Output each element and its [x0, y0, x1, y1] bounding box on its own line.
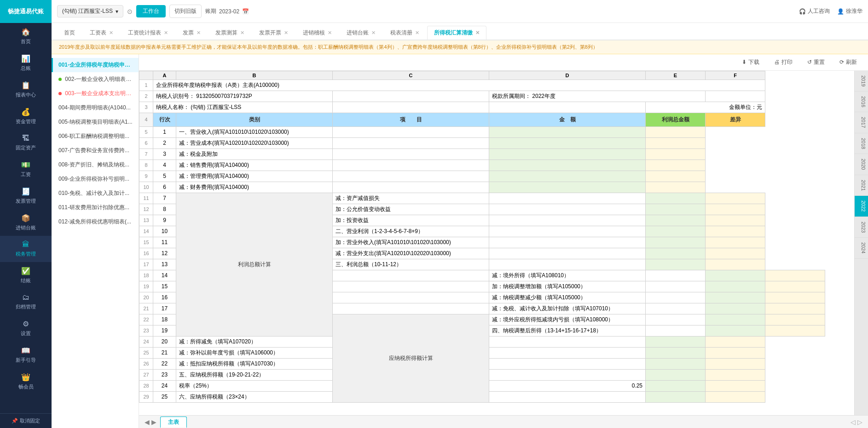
tab-invoice-calc[interactable]: 发票测算 ✕: [208, 26, 251, 40]
form-item-008[interactable]: 008-资产折旧、摊销及纳税...: [52, 158, 139, 172]
tab-label-tax-list: 税表清册: [390, 29, 412, 37]
row-num-4: 4: [139, 113, 153, 126]
form-item-010[interactable]: 010-免税、减计收入及加计...: [52, 186, 139, 200]
close-tab-salary[interactable]: ✕: [109, 30, 113, 36]
pin-button[interactable]: 📌 取消固定: [0, 414, 52, 428]
sidebar-item-salary[interactable]: 💵 工资: [0, 156, 52, 183]
form-item-006[interactable]: 006-职工薪酬纳税调整明细...: [52, 129, 139, 143]
form-item-003[interactable]: 003-一般企业成本支出明细...: [52, 86, 139, 101]
workbench-button[interactable]: 工作台: [136, 5, 166, 17]
close-tab-tax-list[interactable]: ✕: [415, 30, 419, 36]
close-tab-purchase-ledger[interactable]: ✕: [371, 30, 376, 36]
col-header-jine: 金 额: [489, 113, 646, 126]
sidebar-item-invoice[interactable]: 🧾 发票管理: [0, 183, 52, 209]
scroll-next-icon[interactable]: ▷: [857, 418, 862, 426]
download-icon: ⬇: [742, 59, 746, 65]
tab-salary[interactable]: 工资表 ✕: [83, 26, 120, 40]
form-item-012[interactable]: 012-减免所得税优惠明细表(...: [52, 215, 139, 229]
funds-icon: 💰: [21, 108, 30, 116]
col-f-header: F: [706, 71, 765, 80]
close-account-icon: ✅: [21, 267, 30, 275]
year-2017[interactable]: 2017: [855, 112, 868, 133]
empty-meta-2: [706, 91, 765, 102]
print-button[interactable]: 🖨 打印: [770, 57, 796, 68]
switch-version-button[interactable]: 切到旧版: [169, 5, 202, 18]
close-tab-purchase-check[interactable]: ✕: [328, 30, 332, 36]
col-header-leibie: 类别: [176, 113, 333, 126]
tab-label-salary-stats: 工资统计报表: [128, 29, 161, 37]
sidebar-item-guide[interactable]: 📖 新手引导: [0, 342, 52, 368]
year-2021[interactable]: 2021: [855, 175, 868, 196]
sidebar-item-member[interactable]: 👑 畅会员: [0, 368, 52, 395]
form-item-002[interactable]: 002-一般企业收入明细表(A1...: [52, 72, 139, 86]
sheet-tab-main[interactable]: 主表: [160, 417, 187, 428]
col-d-header: D: [489, 71, 646, 80]
form-item-001[interactable]: 001-企业所得税年度纳税申报...: [52, 58, 139, 72]
close-tab-invoice-open[interactable]: ✕: [284, 30, 288, 36]
form-item-004[interactable]: 004-期间费用明细表(A1040...: [52, 101, 139, 115]
tab-label-invoice-calc: 发票测算: [215, 29, 237, 37]
scroll-prev-icon[interactable]: ◁: [851, 418, 856, 426]
sidebar-item-home[interactable]: 🏠 首页: [0, 23, 52, 50]
form-item-005[interactable]: 005-纳税调整项目明细表(A1...: [52, 115, 139, 129]
year-2023[interactable]: 2023: [855, 217, 868, 238]
year-2022[interactable]: 2022: [855, 196, 868, 217]
company-name: (勾销) 江西服宝-LSS: [62, 7, 113, 15]
refresh-button[interactable]: ⟳ 刷新: [836, 57, 861, 68]
sidebar-item-reports[interactable]: 📋 报表中心: [0, 76, 52, 103]
tab-invoice-open[interactable]: 发票开票 ✕: [252, 26, 295, 40]
sidebar-item-close-account[interactable]: ✅ 结账: [0, 262, 52, 289]
year-2016[interactable]: 2016: [855, 91, 868, 112]
year-2018[interactable]: 2018: [855, 133, 868, 154]
reset-label: 重置: [814, 58, 825, 66]
sheet-nav-arrows[interactable]: ◀ ▶: [145, 418, 156, 426]
form-item-007[interactable]: 007-广告费和业务宣传费跨...: [52, 143, 139, 158]
sidebar-item-purchase-sales[interactable]: 📦 进销台账: [0, 209, 52, 236]
table-row: 8 4 减：销售费用(填写A104000): [139, 160, 825, 171]
tab-purchase-ledger[interactable]: 进销台账 ✕: [340, 26, 382, 40]
sidebar-item-archive[interactable]: 🗂 归档管理: [0, 289, 52, 315]
tab-tax-list[interactable]: 税表清册 ✕: [383, 26, 426, 40]
sidebar-item-tax[interactable]: 🏛 税务管理: [0, 236, 52, 262]
form-item-001-label: 001-企业所得税年度纳税申报...: [58, 62, 135, 68]
close-tab-salary-stats[interactable]: ✕: [164, 30, 168, 36]
table-container[interactable]: A B C D E F: [139, 71, 854, 416]
period-value: 2023-02: [219, 8, 239, 15]
form-item-011[interactable]: 011-研发费用加计扣除优惠...: [52, 200, 139, 215]
arrow-left-icon[interactable]: ◀: [145, 418, 150, 426]
tab-home[interactable]: 首页: [57, 26, 82, 40]
user-profile[interactable]: 👤 徐淮华: [837, 7, 862, 15]
sidebar-item-settings[interactable]: ⚙ 设置: [0, 315, 52, 342]
sidebar-item-ledger[interactable]: 📊 总账: [0, 50, 52, 76]
copy-icon[interactable]: ⊙: [127, 8, 133, 15]
close-tab-income-tax[interactable]: ✕: [475, 30, 480, 36]
arrow-right-icon[interactable]: ▶: [151, 418, 156, 426]
tab-salary-stats[interactable]: 工资统计报表 ✕: [121, 26, 175, 40]
form-item-009[interactable]: 009-企业所得税弥补亏损明...: [52, 172, 139, 186]
tab-purchase-check[interactable]: 进销稽核 ✕: [296, 26, 339, 40]
year-2020[interactable]: 2020: [855, 154, 868, 175]
sidebar-item-funds[interactable]: 💰 资金管理: [0, 103, 52, 130]
col-header-hangci: 行次: [153, 113, 176, 126]
chevron-down-icon: ▾: [116, 8, 118, 15]
guide-icon: 📖: [21, 346, 30, 355]
tab-invoice[interactable]: 发票 ✕: [176, 26, 208, 40]
ai-consult-btn[interactable]: 🎧 人工咨询: [799, 7, 830, 15]
tab-income-tax[interactable]: 所得税汇算清缴 ✕: [427, 26, 486, 40]
calendar-icon[interactable]: 📅: [242, 8, 249, 15]
download-button[interactable]: ⬇ 下载: [738, 57, 763, 68]
close-tab-invoice[interactable]: ✕: [197, 30, 201, 36]
company-selector[interactable]: (勾销) 江西服宝-LSS ▾: [57, 5, 123, 17]
year-2024[interactable]: 2024: [855, 238, 868, 258]
table-row: 11 7 利润总额计算 减：资产减值损失: [139, 193, 825, 204]
year-2019[interactable]: 2019: [855, 71, 868, 91]
close-tab-invoice-calc[interactable]: ✕: [240, 30, 244, 36]
tab-label-salary: 工资表: [90, 29, 106, 37]
sidebar-item-assets[interactable]: 🏗 固定资产: [0, 130, 52, 156]
tax-id-value: 91320500703719732P: [196, 93, 252, 99]
tab-label-invoice-open: 发票开票: [259, 29, 281, 37]
reset-button[interactable]: ↺ 重置: [804, 57, 828, 68]
sidebar-label-close-account: 结账: [21, 277, 31, 284]
sidebar-label-settings: 设置: [21, 330, 31, 337]
scroll-controls: ◁ ▷: [851, 418, 862, 426]
